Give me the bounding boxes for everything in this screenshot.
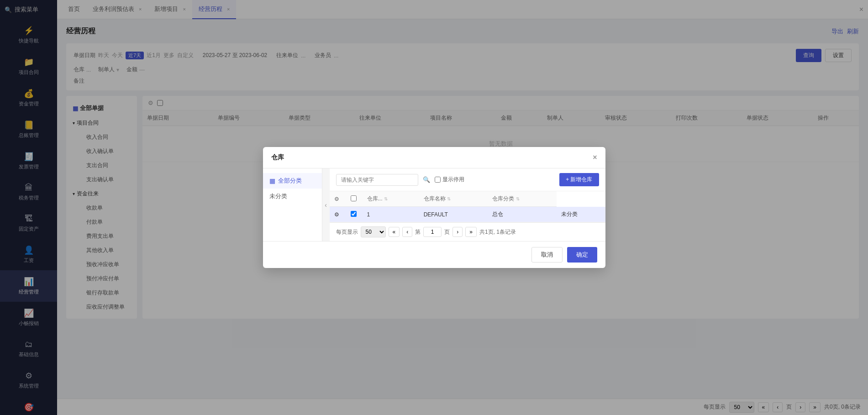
modal-sidebar: ▦ 全部分类 未分类 [263, 168, 322, 241]
col-warehouse-code: 仓库... ⇅ [363, 191, 419, 207]
row-select-checkbox[interactable] [351, 211, 357, 217]
modal-overlay: 仓库 × ▦ 全部分类 未分类 ‹ 🔍 [0, 0, 868, 415]
col-warehouse-category: 仓库分类 ⇅ [488, 191, 557, 207]
modal-total-label: 共1页, 1条记录 [479, 228, 516, 236]
sort-name-icon[interactable]: ⇅ [447, 196, 451, 201]
sort-code-icon[interactable]: ⇅ [384, 196, 388, 201]
modal-sidebar-item-all[interactable]: ▦ 全部分类 [263, 173, 322, 189]
modal-sidebar-item-unclassified[interactable]: 未分类 [263, 189, 322, 204]
modal-body: ▦ 全部分类 未分类 ‹ 🔍 显示停用 [263, 168, 605, 241]
warehouse-table-header: ⚙ 仓库... ⇅ 仓库名称 ⇅ [330, 191, 605, 207]
modal-main: 🔍 显示停用 + 新增仓库 ⚙ [330, 168, 605, 241]
warehouse-table-row[interactable]: ⚙ 1 DEFAULT 总仓 未分类 [330, 207, 605, 222]
modal-search-icon[interactable]: 🔍 [423, 176, 430, 183]
warehouse-modal: 仓库 × ▦ 全部分类 未分类 ‹ 🔍 [263, 147, 605, 268]
modal-page-suffix: 页 [444, 228, 450, 236]
table-select-all[interactable] [351, 195, 357, 201]
modal-per-page-label: 每页显示 [336, 228, 358, 236]
modal-page-input[interactable] [423, 227, 442, 237]
modal-show-disabled-label[interactable]: 显示停用 [435, 176, 464, 184]
modal-pagination: 每页显示 50 100 « ‹ 第 页 › » 共1页, 1条记录 [330, 222, 605, 241]
modal-next-btn[interactable]: › [452, 227, 463, 237]
modal-table: ⚙ 仓库... ⇅ 仓库名称 ⇅ [330, 191, 605, 222]
row-category: 未分类 [557, 207, 605, 222]
modal-title: 仓库 [271, 153, 284, 162]
row-gear[interactable]: ⚙ [330, 207, 346, 222]
col-warehouse-name: 仓库名称 ⇅ [419, 191, 488, 207]
modal-toolbar: 🔍 显示停用 + 新增仓库 [330, 168, 605, 191]
row-name: 总仓 [488, 207, 557, 222]
modal-sidebar-all-label: 全部分类 [278, 177, 302, 185]
modal-header: 仓库 × [263, 147, 605, 168]
modal-sidebar-all-icon: ▦ [269, 177, 275, 184]
modal-first-btn[interactable]: « [389, 227, 400, 237]
confirm-button[interactable]: 确定 [567, 247, 597, 263]
warehouse-table: ⚙ 仓库... ⇅ 仓库名称 ⇅ [330, 191, 605, 222]
col-gear[interactable]: ⚙ [330, 191, 346, 207]
row-code: DEFAULT [419, 207, 488, 222]
modal-sidebar-unclassified-label: 未分类 [269, 192, 287, 200]
modal-show-disabled-text: 显示停用 [442, 176, 464, 184]
modal-footer: 取消 确定 [263, 241, 605, 268]
modal-page-label: 第 [415, 228, 421, 236]
row-num: 1 [363, 207, 419, 222]
modal-show-disabled-checkbox[interactable] [435, 177, 441, 183]
modal-per-page-select[interactable]: 50 100 [361, 226, 386, 237]
sort-category-icon[interactable]: ⇅ [516, 196, 520, 201]
modal-close-button[interactable]: × [593, 153, 597, 162]
col-checkbox[interactable] [346, 191, 363, 207]
modal-sidebar-collapse-btn[interactable]: ‹ [322, 168, 330, 241]
row-checkbox[interactable] [346, 207, 363, 222]
cancel-button[interactable]: 取消 [531, 247, 563, 263]
modal-last-btn[interactable]: » [465, 227, 477, 237]
modal-search-input[interactable] [336, 174, 418, 186]
modal-prev-btn[interactable]: ‹ [402, 227, 412, 237]
add-warehouse-button[interactable]: + 新增仓库 [559, 173, 599, 186]
